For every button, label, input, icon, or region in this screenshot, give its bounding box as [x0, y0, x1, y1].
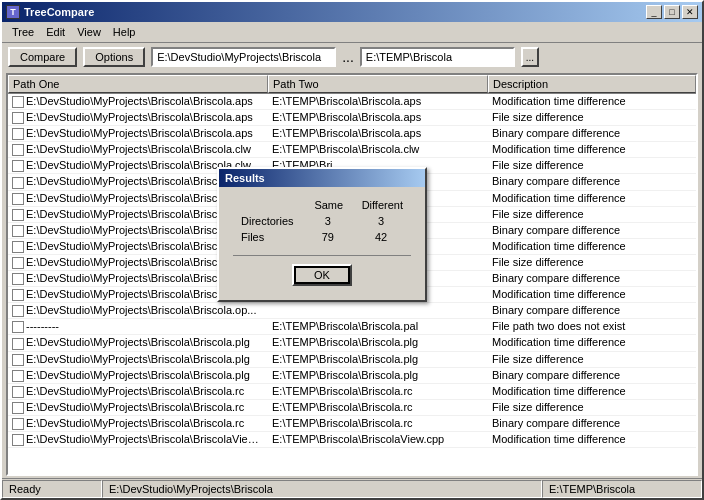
close-button[interactable]: ✕: [682, 5, 698, 19]
path-two-browse-button[interactable]: ...: [521, 47, 539, 67]
dialog-ok-area: OK: [233, 264, 411, 290]
title-bar: T TreeCompare _ □ ✕: [2, 2, 702, 22]
toolbar: Compare Options ... ...: [2, 43, 702, 71]
files-label: Files: [233, 229, 305, 245]
path-one-input[interactable]: [151, 47, 336, 67]
table-row: Files 79 42: [233, 229, 411, 245]
empty-header: [233, 197, 305, 213]
compare-button[interactable]: Compare: [8, 47, 77, 67]
menu-view[interactable]: View: [71, 24, 107, 40]
directories-same: 3: [305, 213, 352, 229]
files-different: 42: [351, 229, 411, 245]
menu-tree[interactable]: Tree: [6, 24, 40, 40]
window-title: TreeCompare: [24, 6, 94, 18]
col-header-different: Different: [351, 197, 411, 213]
table-row: Directories 3 3: [233, 213, 411, 229]
app-icon: T: [6, 5, 20, 19]
directories-different: 3: [351, 213, 411, 229]
results-table: Same Different Directories 3 3 Fil: [233, 197, 411, 245]
path-two-input[interactable]: [360, 47, 515, 67]
directories-label: Directories: [233, 213, 305, 229]
status-path-two: E:\TEMP\Briscola: [542, 480, 702, 498]
path-separator: ...: [342, 49, 354, 65]
main-content: Path One Path Two Description E:\DevStud…: [2, 71, 702, 478]
status-path-one: E:\DevStudio\MyProjects\Briscola: [102, 480, 542, 498]
minimize-button[interactable]: _: [646, 5, 662, 19]
col-header-same: Same: [305, 197, 352, 213]
menu-edit[interactable]: Edit: [40, 24, 71, 40]
maximize-button[interactable]: □: [664, 5, 680, 19]
status-bar: Ready E:\DevStudio\MyProjects\Briscola E…: [2, 478, 702, 498]
dialog-content: Same Different Directories 3 3 Fil: [219, 187, 425, 300]
dialog-title-bar: Results: [219, 169, 425, 187]
title-buttons: _ □ ✕: [646, 5, 698, 19]
modal-overlay: Results Same Different: [2, 71, 702, 478]
dialog-title-text: Results: [225, 172, 265, 184]
results-dialog: Results Same Different: [217, 167, 427, 302]
files-same: 79: [305, 229, 352, 245]
status-ready: Ready: [2, 480, 102, 498]
menu-bar: Tree Edit View Help: [2, 22, 702, 43]
ok-button[interactable]: OK: [292, 264, 352, 286]
title-bar-text: T TreeCompare: [6, 5, 94, 19]
dialog-separator: [233, 255, 411, 256]
options-button[interactable]: Options: [83, 47, 145, 67]
main-window: T TreeCompare _ □ ✕ Tree Edit View Help …: [0, 0, 704, 500]
menu-help[interactable]: Help: [107, 24, 142, 40]
